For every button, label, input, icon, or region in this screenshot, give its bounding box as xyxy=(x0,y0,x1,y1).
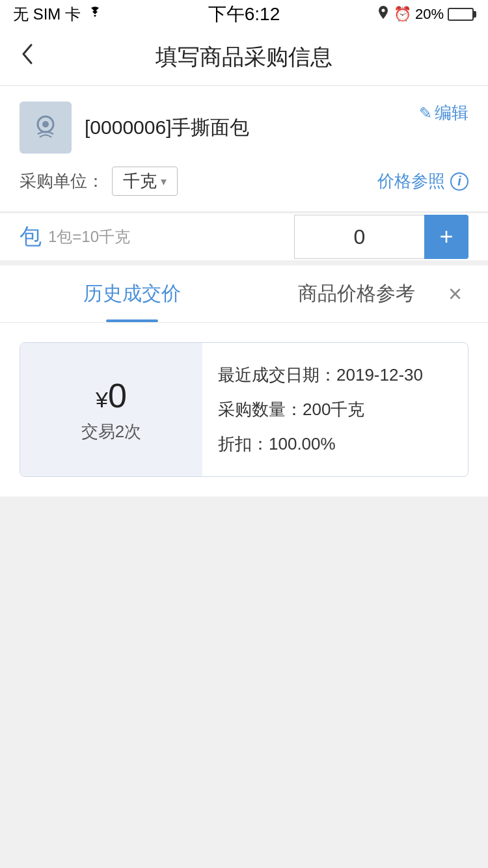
tab-history-label: 历史成交价 xyxy=(83,280,181,307)
location-icon xyxy=(377,5,390,24)
product-top-row: [0000006]手撕面包 ✎ 编辑 xyxy=(20,102,468,154)
alarm-icon: ⏰ xyxy=(394,6,411,23)
tab-content: ¥0 交易2次 最近成交日期：2019-12-30 采购数量：200千克 折扣：… xyxy=(0,323,488,496)
discount-value: 100.00% xyxy=(269,434,336,454)
product-card: [0000006]手撕面包 ✎ 编辑 采购单位： 千克 ▾ 价格参照 i xyxy=(0,86,488,212)
svg-point-2 xyxy=(42,121,49,128)
tab-history-price[interactable]: 历史成交价 xyxy=(20,265,244,322)
product-thumbnail xyxy=(20,102,72,154)
currency-symbol: ¥ xyxy=(96,387,108,412)
quantity-input[interactable]: 0 xyxy=(294,215,424,259)
status-bar: 无 SIM 卡 下午6:12 ⏰ 20% xyxy=(0,0,488,29)
carrier-text: 无 SIM 卡 xyxy=(13,4,81,25)
status-right: ⏰ 20% xyxy=(377,5,475,24)
tab-price-ref-label: 商品价格参考 xyxy=(298,280,415,307)
qty-unit-badge: 包 xyxy=(20,222,42,252)
history-details-right: 最近成交日期：2019-12-30 采购数量：200千克 折扣：100.00% xyxy=(202,343,468,476)
unit-label: 采购单位： xyxy=(20,170,104,193)
quantity-control: 0 + xyxy=(294,215,468,259)
product-left: [0000006]手撕面包 xyxy=(20,102,249,154)
unit-value: 千克 xyxy=(123,170,157,193)
status-time: 下午6:12 xyxy=(208,2,280,27)
qty-unit-hint: 1包=10千克 xyxy=(48,226,130,247)
product-name: [0000006]手撕面包 xyxy=(85,115,249,141)
history-qty-row: 采购数量：200千克 xyxy=(218,397,452,422)
history-discount-row: 折扣：100.00% xyxy=(218,431,452,457)
product-bottom-row: 采购单位： 千克 ▾ 价格参照 i xyxy=(20,167,468,196)
status-left: 无 SIM 卡 xyxy=(13,4,104,25)
chevron-down-icon: ▾ xyxy=(161,174,167,189)
tab-close-button[interactable]: × xyxy=(442,274,468,314)
edit-icon: ✎ xyxy=(419,104,432,122)
tab-header: 历史成交价 商品价格参考 × xyxy=(0,265,488,323)
quantity-plus-button[interactable]: + xyxy=(424,215,468,259)
tab-active-indicator xyxy=(106,319,158,322)
qty-value: 200千克 xyxy=(303,400,364,419)
qty-label: 采购数量： xyxy=(218,400,303,419)
history-trade-count: 交易2次 xyxy=(81,420,141,443)
page-title: 填写商品采购信息 xyxy=(156,42,332,72)
plus-icon: + xyxy=(439,223,453,251)
tab-price-ref[interactable]: 商品价格参考 xyxy=(244,265,468,322)
price-ref-label: 价格参照 xyxy=(377,170,445,193)
svg-point-0 xyxy=(381,9,385,12)
date-label: 最近成交日期： xyxy=(218,365,336,385)
history-price-value: ¥0 xyxy=(96,376,127,415)
history-price-left: ¥0 交易2次 xyxy=(20,343,202,476)
quantity-label: 包 1包=10千克 xyxy=(20,222,130,252)
history-date-row: 最近成交日期：2019-12-30 xyxy=(218,362,452,388)
unit-selector[interactable]: 千克 ▾ xyxy=(112,167,178,196)
wifi-icon xyxy=(86,5,104,23)
back-button[interactable] xyxy=(20,34,42,79)
info-icon: i xyxy=(450,172,468,191)
price-ref-button[interactable]: 价格参照 i xyxy=(377,170,468,193)
battery-percent: 20% xyxy=(415,6,444,23)
nav-header: 填写商品采购信息 xyxy=(0,29,488,86)
history-card: ¥0 交易2次 最近成交日期：2019-12-30 采购数量：200千克 折扣：… xyxy=(20,342,468,477)
edit-button[interactable]: ✎ 编辑 xyxy=(419,102,468,124)
date-value: 2019-12-30 xyxy=(336,365,423,385)
discount-label: 折扣： xyxy=(218,434,269,454)
unit-row: 采购单位： 千克 ▾ xyxy=(20,167,178,196)
quantity-section: 包 1包=10千克 0 + xyxy=(0,213,488,265)
tab-panel: 历史成交价 商品价格参考 × ¥0 交易2次 最近成交日期：2019-12-30… xyxy=(0,265,488,496)
quantity-value: 0 xyxy=(354,225,366,249)
battery-icon xyxy=(448,8,475,21)
main-background xyxy=(0,496,488,868)
price-number: 0 xyxy=(108,377,127,414)
